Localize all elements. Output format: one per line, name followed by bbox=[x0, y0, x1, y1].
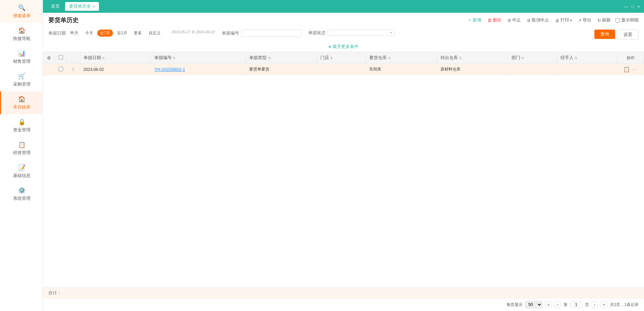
th-pending-warehouse[interactable]: 待出仓库 ⇅ bbox=[437, 52, 508, 64]
cancel-stop-icon: ⊘ bbox=[527, 18, 531, 23]
sidebar-item-search-menu[interactable]: 🔍 搜索菜单 bbox=[0, 0, 43, 23]
topbar: 首页 要货单历史 × — □ × bbox=[43, 0, 644, 13]
tab-close-icon[interactable]: × bbox=[93, 4, 95, 8]
th-handler[interactable]: 经手人 ⇅ bbox=[557, 52, 617, 64]
inventory-icon: 🏠 bbox=[18, 95, 25, 103]
first-page-button[interactable]: « bbox=[545, 301, 552, 308]
row-checkbox[interactable] bbox=[59, 67, 63, 71]
next-page-button[interactable]: › bbox=[592, 301, 598, 308]
bill-no-link[interactable]: YH-20230602-1 bbox=[154, 67, 185, 72]
page-title: 要货单历史 bbox=[48, 16, 78, 24]
lock-icon: 🔒 bbox=[18, 118, 25, 126]
th-store[interactable]: 门店 ⇅ bbox=[317, 52, 366, 64]
th-date-label: 单据日期 bbox=[84, 55, 101, 60]
maximize-icon[interactable]: □ bbox=[632, 4, 634, 9]
search-menu-icon: 🔍 bbox=[18, 4, 25, 11]
date-filter-label: 单据日期 bbox=[48, 30, 66, 36]
new-button[interactable]: ＋ 新增 bbox=[466, 16, 483, 24]
main-area: 首页 要货单历史 × — □ × 要货单历史 ＋ 新增 🗑 bbox=[43, 0, 644, 311]
close-window-icon[interactable]: × bbox=[637, 4, 640, 9]
chart-icon: 📊 bbox=[18, 50, 25, 57]
sidebar-item-ops-mgmt[interactable]: 📋 经营管理 bbox=[0, 137, 43, 160]
expand-more-button[interactable]: ▾ 展开更多条件 bbox=[329, 44, 359, 50]
refresh-icon: ↻ bbox=[597, 18, 601, 23]
cancel-stop-button[interactable]: ⊘ 取消中止 bbox=[526, 16, 550, 24]
th-handler-label: 经手人 bbox=[560, 55, 574, 60]
row-edit-icon[interactable]: 📋 bbox=[623, 66, 630, 72]
td-bill-no: YH-20230602-1 bbox=[151, 64, 246, 75]
td-settings bbox=[43, 64, 55, 75]
tab-home-label: 首页 bbox=[51, 3, 60, 9]
sidebar-item-quick-nav[interactable]: 🏠 快捷导航 bbox=[0, 23, 43, 46]
filter-row: 单据日期 昨天 今天 近7天 近1月 更多 自定义 2023-05-27 至 2… bbox=[48, 27, 639, 42]
display-detail-checkbox[interactable] bbox=[615, 18, 620, 23]
expand-row: ▾ 展开更多条件 bbox=[48, 42, 639, 52]
refresh-label: 刷新 bbox=[602, 17, 611, 23]
sidebar-item-inventory[interactable]: 🏠 库存核算 bbox=[0, 91, 43, 114]
sidebar-item-basic-info[interactable]: 📝 基础信息 bbox=[0, 160, 43, 183]
th-department[interactable]: 部门 ⇅ bbox=[508, 52, 557, 64]
tab-home[interactable]: 首页 bbox=[47, 2, 64, 11]
th-settings[interactable]: ⚙ bbox=[43, 52, 55, 64]
tab-bill-history-label: 要货单历史 bbox=[69, 3, 91, 9]
new-icon: ＋ bbox=[467, 17, 472, 23]
minimize-icon[interactable]: — bbox=[624, 4, 628, 9]
sidebar-item-sales-mgmt[interactable]: 📊 销售管理 bbox=[0, 46, 43, 69]
bill-no-input[interactable] bbox=[241, 30, 302, 37]
last-page-button[interactable]: » bbox=[600, 301, 607, 308]
delete-label: 删除 bbox=[493, 17, 501, 23]
pill-custom[interactable]: 自定义 bbox=[146, 30, 163, 37]
td-pending-warehouse: 原材料仓库 bbox=[437, 64, 508, 75]
pill-more[interactable]: 更多 bbox=[131, 30, 145, 37]
bill-status-select[interactable]: ▾ bbox=[328, 30, 395, 36]
th-store-label: 门店 bbox=[320, 55, 329, 60]
td-ops: 📋 ⋯ bbox=[617, 64, 644, 75]
page-word: 页 bbox=[585, 302, 589, 308]
th-pending-warehouse-label: 待出仓库 bbox=[440, 55, 458, 60]
th-bill-no[interactable]: 单据编号 ⇅ bbox=[151, 52, 246, 64]
page-size-select[interactable]: 20 50 100 200 bbox=[525, 301, 542, 308]
print-button[interactable]: 🖨 打印 ▾ bbox=[554, 16, 573, 24]
th-department-label: 部门 bbox=[512, 55, 520, 60]
row-more-icon[interactable]: ⋯ bbox=[632, 66, 638, 72]
th-bill-type[interactable]: 单据类型 ⇅ bbox=[246, 52, 317, 64]
table-header-row: ⚙ 单据日期 ⇅ 单据编号 ⇅ bbox=[43, 52, 644, 64]
refresh-button[interactable]: ↻ 刷新 bbox=[596, 16, 612, 24]
page-number-input[interactable] bbox=[570, 301, 582, 308]
sidebar-item-label: 基础信息 bbox=[13, 173, 31, 179]
th-date[interactable]: 单据日期 ⇅ bbox=[80, 52, 151, 64]
td-store bbox=[317, 64, 366, 75]
select-all-checkbox[interactable] bbox=[59, 55, 63, 59]
sort-bill-type-icon: ⇅ bbox=[268, 56, 271, 60]
display-detail-toggle[interactable]: 显示明细 bbox=[615, 17, 639, 23]
delete-button[interactable]: 🗑 删除 bbox=[486, 16, 503, 24]
pill-7days[interactable]: 近7天 bbox=[97, 30, 113, 37]
query-button[interactable]: 查询 bbox=[594, 30, 615, 39]
pill-today[interactable]: 今天 bbox=[83, 30, 96, 37]
export-button[interactable]: ↗ 导出 bbox=[577, 16, 593, 24]
stop-icon: ⊘ bbox=[507, 18, 511, 23]
pill-yesterday[interactable]: 昨天 bbox=[68, 30, 81, 37]
table-row: 1 2023-06-02 YH-20230602-1 要货单要货 车间库 原材料… bbox=[43, 64, 644, 75]
sidebar-item-sys-mgmt[interactable]: ⚙️ 系统管理 bbox=[0, 183, 43, 206]
settings-button[interactable]: 设置 bbox=[617, 30, 639, 40]
th-req-warehouse[interactable]: 要货仓库 ⇅ bbox=[366, 52, 437, 64]
tab-bill-history[interactable]: 要货单历史 × bbox=[65, 2, 99, 11]
sidebar-item-finance-mgmt[interactable]: 🔒 资金管理 bbox=[0, 114, 43, 137]
pill-1month[interactable]: 近1月 bbox=[114, 30, 130, 37]
clipboard-icon: 📋 bbox=[18, 141, 25, 148]
sidebar-item-purchase-mgmt[interactable]: 🛒 采购管理 bbox=[0, 69, 43, 91]
sidebar-item-label: 经营管理 bbox=[13, 150, 31, 156]
sidebar-item-label: 采购管理 bbox=[13, 81, 31, 87]
cancel-stop-label: 取消中止 bbox=[532, 17, 549, 23]
prev-page-button[interactable]: ‹ bbox=[555, 301, 561, 308]
sort-bill-no-icon: ⇅ bbox=[173, 56, 175, 60]
stop-button[interactable]: ⊘ 中止 bbox=[506, 16, 522, 24]
table-container: ⚙ 单据日期 ⇅ 单据编号 ⇅ bbox=[43, 52, 644, 287]
sidebar-item-label: 资金管理 bbox=[13, 127, 31, 133]
th-checkbox[interactable] bbox=[55, 52, 66, 64]
th-req-warehouse-label: 要货仓库 bbox=[369, 55, 387, 60]
td-checkbox[interactable] bbox=[55, 64, 66, 75]
new-label: 新增 bbox=[473, 17, 481, 23]
td-req-warehouse: 车间库 bbox=[366, 64, 437, 75]
